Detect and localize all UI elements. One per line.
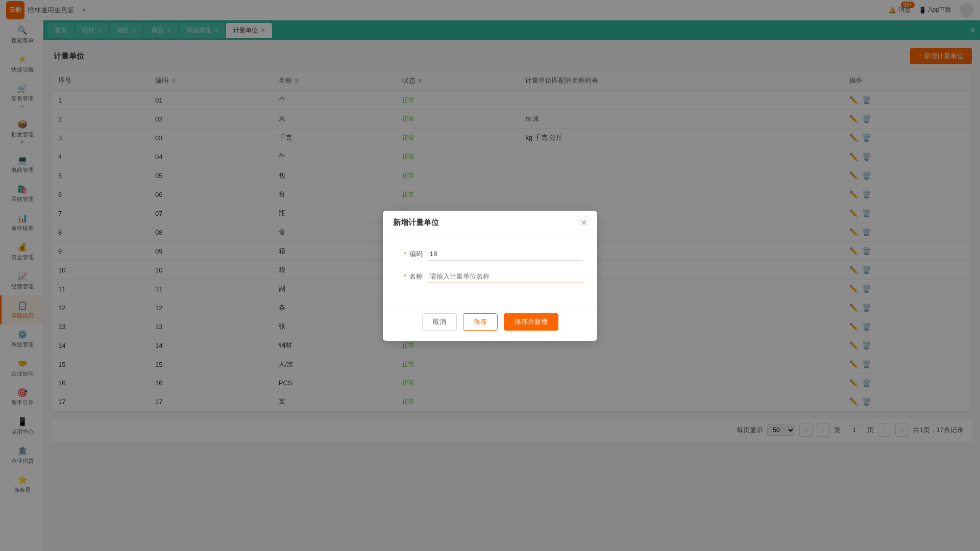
modal-save-button[interactable]: 保存 [463, 313, 498, 331]
modal-cancel-button[interactable]: 取消 [422, 313, 457, 331]
required-star-name: * [404, 272, 406, 280]
form-label-code: * 编码 [397, 249, 423, 259]
modal-header: 新增计量单位 ✕ [383, 211, 597, 235]
form-row-name: * 名称 [397, 270, 583, 283]
form-input-name[interactable] [428, 270, 583, 283]
form-row-code: * 编码 [397, 247, 583, 261]
form-label-name: * 名称 [397, 272, 423, 281]
modal-footer: 取消 保存 保存并新增 [383, 305, 597, 341]
modal-close-button[interactable]: ✕ [580, 218, 587, 228]
modal-save-new-button[interactable]: 保存并新增 [504, 313, 558, 331]
modal-overlay: 新增计量单位 ✕ * 编码 * 名称 取消 保存 保存并新增 [0, 0, 980, 551]
add-unit-modal: 新增计量单位 ✕ * 编码 * 名称 取消 保存 保存并新增 [383, 211, 597, 341]
modal-title: 新增计量单位 [393, 218, 439, 228]
required-star-code: * [404, 250, 406, 258]
form-input-code[interactable] [428, 247, 583, 261]
modal-body: * 编码 * 名称 [383, 235, 597, 305]
